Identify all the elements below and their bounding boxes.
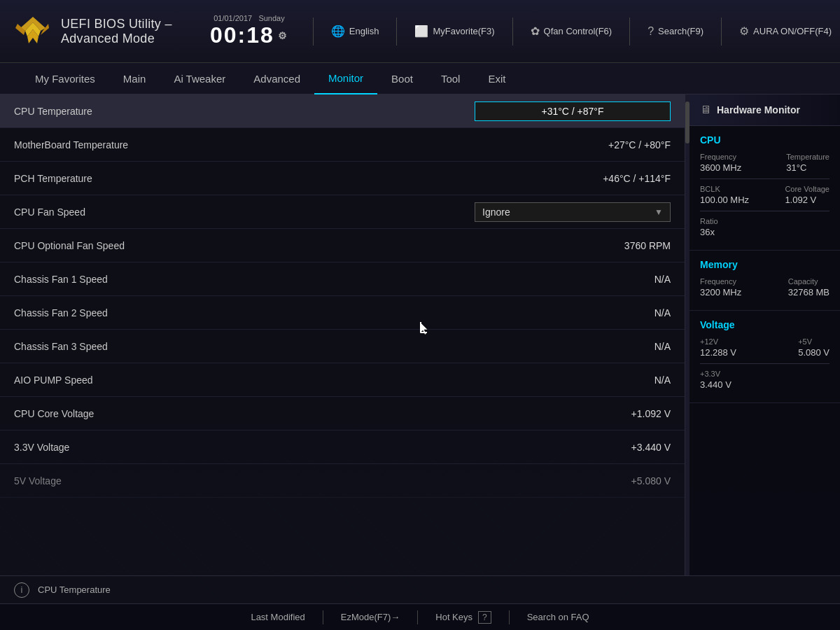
date-display: 01/01/2017 Sunday xyxy=(214,14,285,22)
aio-pump-value: N/A xyxy=(654,374,671,386)
hw-bclk-label: BCLK xyxy=(700,185,749,193)
hw-core-voltage-val: 1.092 V xyxy=(785,195,830,205)
time-display: 00:18 ⚙ xyxy=(210,22,288,48)
pch-temp-value: +46°C / +114°F xyxy=(603,173,671,184)
myfavorite-button[interactable]: ⬜ MyFavorite(F3) xyxy=(407,22,501,41)
header-divider-5 xyxy=(721,18,722,46)
scrollbar[interactable] xyxy=(685,94,690,575)
hw-memory-section: Memory Frequency 3200 MHz Capacity 32768… xyxy=(690,251,840,311)
settings-small-icon[interactable]: ⚙ xyxy=(278,30,288,41)
hw-v33-label: +3.3V xyxy=(700,370,732,378)
last-modified-button[interactable]: Last Modified xyxy=(233,604,322,630)
chassis-fan1-label: Chassis Fan 1 Speed xyxy=(14,274,654,285)
hw-mem-freq-cap-row: Frequency 3200 MHz Capacity 32768 MB xyxy=(700,277,830,298)
search-icon: ? xyxy=(648,25,654,38)
hw-v5-val: 5.080 V xyxy=(798,347,830,358)
hw-voltage-title: Voltage xyxy=(700,319,830,330)
cpu-temp-value-box: +31°C / +87°F xyxy=(475,102,671,121)
nav-ai-tweaker[interactable]: Ai Tweaker xyxy=(160,63,239,94)
aura-button[interactable]: ⚙ AURA ON/OFF(F4) xyxy=(732,22,839,41)
globe-icon: 🌐 xyxy=(331,24,345,38)
asus-logo-icon xyxy=(14,14,52,49)
aio-pump-label: AIO PUMP Speed xyxy=(14,374,654,386)
settings-row-mb-temp[interactable]: MotherBoard Temperature +27°C / +80°F xyxy=(0,128,685,162)
hw-ratio-label: Ratio xyxy=(700,217,718,225)
hot-keys-label: Hot Keys xyxy=(435,612,472,622)
qfan-button[interactable]: ✿ Qfan Control(F6) xyxy=(524,22,620,41)
hw-v12-val: 12.288 V xyxy=(700,347,736,358)
cpu-temp-label: CPU Temperature xyxy=(14,106,475,117)
nav-advanced[interactable]: Advanced xyxy=(239,63,314,94)
fan-icon: ✿ xyxy=(531,24,540,38)
favorite-icon: ⬜ xyxy=(414,24,428,38)
hw-cpu-freq-col: Frequency 3600 MHz xyxy=(700,153,741,173)
settings-row-cpu-core-voltage[interactable]: CPU Core Voltage +1.092 V xyxy=(0,397,685,430)
hw-cpu-freq-label: Frequency xyxy=(700,153,741,161)
language-button[interactable]: 🌐 English xyxy=(324,22,386,41)
hw-cpu-temp-label: Temperature xyxy=(786,153,830,161)
settings-row-cpu-opt-fan[interactable]: CPU Optional Fan Speed 3760 RPM xyxy=(0,229,685,262)
nav-exit[interactable]: Exit xyxy=(474,63,519,94)
settings-row-chassis-fan2[interactable]: Chassis Fan 2 Speed N/A xyxy=(0,296,685,330)
settings-row-aio-pump[interactable]: AIO PUMP Speed N/A xyxy=(0,363,685,397)
cpu-fan-label: CPU Fan Speed xyxy=(14,206,475,218)
aura-icon: ⚙ xyxy=(739,24,749,38)
settings-panel: CPU Temperature +31°C / +87°F MotherBoar… xyxy=(0,94,685,575)
hw-mem-freq-val: 3200 MHz xyxy=(700,287,741,298)
search-button[interactable]: ? Search(F9) xyxy=(640,22,710,41)
hw-bclk-val: 100.00 MHz xyxy=(700,195,749,205)
ez-mode-label: EzMode(F7)→ xyxy=(341,612,400,622)
nav-tool[interactable]: Tool xyxy=(427,63,475,94)
hw-cpu-freq-val: 3600 MHz xyxy=(700,162,741,173)
nav-main[interactable]: Main xyxy=(109,63,160,94)
hw-monitor-panel: 🖥 Hardware Monitor CPU Frequency 3600 MH… xyxy=(690,94,840,575)
settings-row-chassis-fan1[interactable]: Chassis Fan 1 Speed N/A xyxy=(0,262,685,296)
settings-row-pch-temp[interactable]: PCH Temperature +46°C / +114°F xyxy=(0,162,685,195)
hw-mem-cap-col: Capacity 32768 MB xyxy=(788,277,830,298)
info-icon: i xyxy=(14,582,29,598)
hw-bclk-voltage-row: BCLK 100.00 MHz Core Voltage 1.092 V xyxy=(700,185,830,205)
hot-keys-button[interactable]: Hot Keys ? xyxy=(418,604,508,630)
monitor-icon: 🖥 xyxy=(700,104,711,116)
dropdown-arrow-icon: ▼ xyxy=(654,207,663,217)
hw-core-voltage-col: Core Voltage 1.092 V xyxy=(785,185,830,205)
nav-boot[interactable]: Boot xyxy=(377,63,427,94)
info-text: CPU Temperature xyxy=(38,584,111,595)
settings-row-chassis-fan3[interactable]: Chassis Fan 3 Speed N/A xyxy=(0,330,685,363)
header-controls: 01/01/2017 Sunday 00:18 ⚙ 🌐 English ⬜ My… xyxy=(210,14,839,48)
hw-core-voltage-label: Core Voltage xyxy=(785,185,830,193)
logo-svg xyxy=(14,15,52,47)
hw-divider-2 xyxy=(700,211,830,211)
cpu-opt-fan-label: CPU Optional Fan Speed xyxy=(14,240,624,251)
nav-my-favorites[interactable]: My Favorites xyxy=(21,63,109,94)
hw-mem-freq-col: Frequency 3200 MHz xyxy=(700,277,741,298)
ez-mode-button[interactable]: EzMode(F7)→ xyxy=(323,604,418,630)
search-faq-label: Search on FAQ xyxy=(527,612,589,622)
settings-row-cpu-temp[interactable]: CPU Temperature +31°C / +87°F xyxy=(0,94,685,128)
header-divider-4 xyxy=(629,18,630,46)
chassis-fan2-value: N/A xyxy=(654,307,671,318)
cpu-fan-dropdown[interactable]: Ignore ▼ xyxy=(475,202,671,222)
header-divider-3 xyxy=(512,18,513,46)
mb-temp-label: MotherBoard Temperature xyxy=(14,139,608,150)
hw-memory-title: Memory xyxy=(700,259,830,270)
nav-bar: My Favorites Main Ai Tweaker Advanced Mo… xyxy=(0,63,840,94)
hw-cpu-temp-val: 31°C xyxy=(786,162,830,173)
hw-cpu-freq-temp-row: Frequency 3600 MHz Temperature 31°C xyxy=(700,153,830,173)
settings-row-33v[interactable]: 3.3V Voltage +3.440 V xyxy=(0,430,685,464)
hw-cpu-title: CPU xyxy=(700,134,830,146)
settings-row-cpu-fan[interactable]: CPU Fan Speed Ignore ▼ xyxy=(0,195,685,229)
scrollbar-thumb[interactable] xyxy=(685,102,690,144)
hw-ratio-val: 36x xyxy=(700,227,718,237)
hotkeys-icon: ? xyxy=(478,611,491,624)
chassis-fan2-label: Chassis Fan 2 Speed xyxy=(14,307,654,318)
settings-row-5v[interactable]: 5V Voltage +5.080 V xyxy=(0,464,685,498)
nav-monitor[interactable]: Monitor xyxy=(314,63,377,94)
bios-title: UEFI BIOS Utility – Advanced Mode xyxy=(61,17,210,46)
33v-label: 3.3V Voltage xyxy=(14,442,631,453)
search-faq-button[interactable]: Search on FAQ xyxy=(510,604,607,630)
settings-area-wrapper: CPU Temperature +31°C / +87°F MotherBoar… xyxy=(0,94,690,575)
last-modified-label: Last Modified xyxy=(251,612,304,622)
hw-monitor-title: Hardware Monitor xyxy=(717,104,800,115)
chassis-fan1-value: N/A xyxy=(654,274,671,285)
